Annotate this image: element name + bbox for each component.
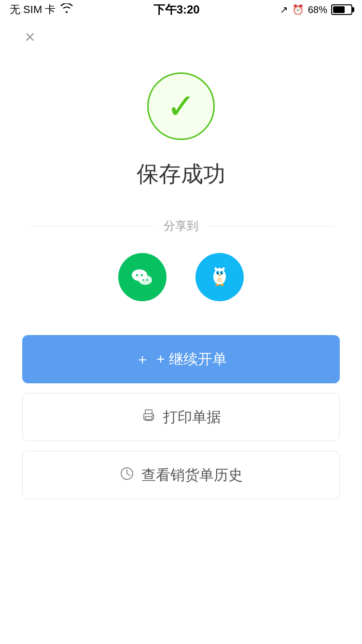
svg-point-1 <box>139 275 152 285</box>
location-icon: ↗ <box>280 4 288 15</box>
close-button[interactable]: × <box>19 27 41 48</box>
success-title: 保存成功 <box>137 159 225 189</box>
svg-point-4 <box>142 279 144 281</box>
svg-point-13 <box>218 275 221 276</box>
continue-order-label: + 继续开单 <box>156 350 227 369</box>
status-time: 下午3:20 <box>153 2 200 17</box>
battery-icon <box>331 4 352 15</box>
qq-icon <box>206 264 233 291</box>
status-left: 无 SIM 卡 <box>10 2 73 17</box>
carrier-text: 无 SIM 卡 <box>10 2 56 17</box>
close-icon: × <box>25 28 35 46</box>
share-label: 分享到 <box>164 218 198 234</box>
history-label: 查看销货单历史 <box>141 465 243 485</box>
divider-line-left <box>29 226 154 226</box>
svg-point-17 <box>215 284 219 286</box>
battery-percent: 68% <box>308 4 327 15</box>
svg-point-11 <box>217 273 219 274</box>
plus-icon: ＋ <box>135 350 150 369</box>
wechat-icon <box>128 263 157 292</box>
history-button[interactable]: 查看销货单历史 <box>22 451 340 499</box>
print-icon <box>141 408 156 427</box>
alarm-icon: ⏰ <box>292 4 304 15</box>
history-icon <box>119 466 135 485</box>
svg-point-22 <box>152 415 153 416</box>
svg-point-18 <box>220 284 224 286</box>
success-circle: ✓ <box>147 72 215 140</box>
divider-line-right <box>208 226 333 226</box>
print-label: 打印单据 <box>163 407 221 427</box>
svg-rect-20 <box>145 410 152 414</box>
svg-point-3 <box>141 274 143 276</box>
checkmark-icon: ✓ <box>167 89 195 124</box>
svg-point-5 <box>146 279 148 281</box>
qq-share-button[interactable] <box>195 253 244 301</box>
wifi-icon <box>60 3 73 16</box>
status-bar: 无 SIM 卡 下午3:20 ↗ ⏰ 68% <box>0 0 362 19</box>
continue-order-button[interactable]: ＋ + 继续开单 <box>22 335 340 383</box>
svg-point-16 <box>217 278 223 282</box>
svg-line-25 <box>127 474 130 476</box>
wechat-share-button[interactable] <box>118 253 167 301</box>
status-right: ↗ ⏰ 68% <box>280 4 352 15</box>
svg-point-12 <box>221 273 223 274</box>
print-button[interactable]: 打印单据 <box>22 393 340 441</box>
share-icons <box>118 253 244 301</box>
share-section: 分享到 <box>0 218 362 301</box>
svg-point-2 <box>136 274 138 276</box>
main-content: ✓ 保存成功 分享到 <box>0 19 362 499</box>
actions: ＋ + 继续开单 打印单据 查看销货单历史 <box>0 335 362 499</box>
share-divider: 分享到 <box>0 218 362 234</box>
